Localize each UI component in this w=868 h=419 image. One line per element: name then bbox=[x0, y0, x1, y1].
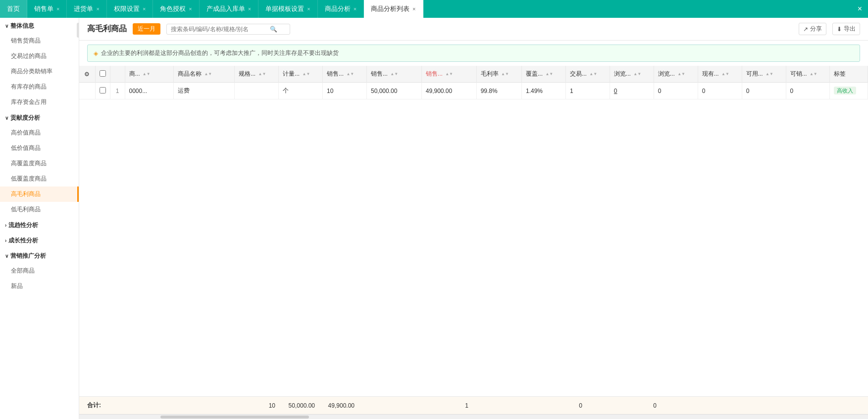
sidebar-group-contribution[interactable]: ∨ 贡献度分析 bbox=[0, 110, 79, 125]
nav-purchase-order[interactable]: 进货单 × bbox=[67, 0, 106, 18]
col-saleable[interactable]: 可销... ▲▼ bbox=[786, 66, 830, 83]
total-label: 合计: bbox=[87, 401, 101, 410]
nav-template-settings[interactable]: 单据模板设置 × bbox=[258, 0, 317, 18]
row-gross-margin-cell: 99.8% bbox=[476, 83, 521, 99]
sidebar-item-high-coverage[interactable]: 高覆盖度商品 bbox=[0, 156, 79, 171]
sort-browse1-icon[interactable]: ▲▼ bbox=[633, 72, 641, 76]
col-checkbox[interactable] bbox=[95, 66, 110, 83]
sort-spec-icon[interactable]: ▲▼ bbox=[258, 72, 266, 76]
nav-product-analysis[interactable]: 商品分析 × bbox=[318, 0, 364, 18]
sort-sales-profit-icon[interactable]: ▲▼ bbox=[445, 72, 453, 76]
col-tag[interactable]: 标签 bbox=[830, 66, 868, 83]
col-spec[interactable]: 规格... ▲▼ bbox=[235, 66, 279, 83]
col-browse1[interactable]: 浏览... ▲▼ bbox=[610, 66, 654, 83]
close-warehouse-icon[interactable]: × bbox=[248, 6, 251, 12]
group-arrow-growth: › bbox=[5, 238, 6, 243]
col-sales-profit[interactable]: 销售... ▲▼ bbox=[421, 66, 476, 83]
top-nav: 首页 销售单 × 进货单 × 权限设置 × 角色授权 × 产成品入库单 × 单据… bbox=[0, 0, 868, 18]
total-values: 10 50,000.00 49,900.00 1 0 0 bbox=[116, 402, 661, 409]
share-button[interactable]: ↗ 分享 bbox=[799, 23, 826, 35]
group-arrow-contribution: ∨ bbox=[5, 115, 8, 121]
close-template-icon[interactable]: × bbox=[307, 6, 310, 12]
select-all-checkbox[interactable] bbox=[100, 70, 106, 77]
data-table: ⚙ 商... ▲▼ 商品名称 ▲▼ bbox=[79, 66, 868, 99]
sort-sales-qty-icon[interactable]: ▲▼ bbox=[346, 72, 354, 76]
sidebar-item-low-value[interactable]: 低价值商品 bbox=[0, 140, 79, 156]
bottom-scrollbar[interactable] bbox=[79, 414, 868, 419]
sort-code-icon[interactable]: ▲▼ bbox=[143, 72, 151, 76]
nav-sales-order[interactable]: 销售单 × bbox=[27, 0, 67, 18]
col-coverage[interactable]: 覆盖... ▲▼ bbox=[522, 66, 566, 83]
close-roles-icon[interactable]: × bbox=[189, 6, 192, 12]
sidebar-item-category-rate[interactable]: 商品分类助销率 bbox=[0, 64, 79, 79]
col-code[interactable]: 商... ▲▼ bbox=[125, 66, 174, 83]
nav-analysis-list[interactable]: 商品分析列表 × bbox=[364, 0, 423, 18]
col-settings[interactable]: ⚙ bbox=[79, 66, 95, 83]
close-analysis-list-icon[interactable]: × bbox=[412, 6, 415, 12]
col-unit[interactable]: 计量... ▲▼ bbox=[279, 66, 323, 83]
sort-browse2-icon[interactable]: ▲▼ bbox=[677, 72, 685, 76]
scrollbar-thumb[interactable] bbox=[160, 416, 309, 419]
col-sales-amount[interactable]: 销售... ▲▼ bbox=[366, 66, 421, 83]
sidebar-group-growth[interactable]: › 成长性分析 bbox=[0, 233, 79, 248]
sort-unit-icon[interactable]: ▲▼ bbox=[302, 72, 310, 76]
sidebar-group-trend[interactable]: › 流趋性分析 bbox=[0, 217, 79, 233]
nav-permissions[interactable]: 权限设置 × bbox=[107, 0, 153, 18]
sidebar-group-marketing[interactable]: ∨ 营销推广分析 bbox=[0, 248, 79, 263]
sort-saleable-icon[interactable]: ▲▼ bbox=[810, 72, 817, 76]
close-sales-order-icon[interactable]: × bbox=[56, 6, 59, 12]
close-app-button[interactable]: × bbox=[852, 0, 868, 18]
header-actions: ↗ 分享 ⬇ 导出 bbox=[799, 23, 860, 35]
sidebar-item-high-value[interactable]: 高价值商品 bbox=[0, 125, 79, 140]
sidebar-item-traded-products[interactable]: 交易过的商品 bbox=[0, 48, 79, 64]
row-checkbox[interactable] bbox=[100, 87, 106, 93]
sort-available-icon[interactable]: ▲▼ bbox=[766, 72, 773, 76]
row-saleable-cell: 0 bbox=[786, 83, 830, 99]
sidebar-item-stock-capital[interactable]: 库存资金占用 bbox=[0, 94, 79, 110]
nav-roles[interactable]: 角色授权 × bbox=[153, 0, 199, 18]
row-name-cell: 运费 bbox=[174, 83, 235, 99]
sidebar-item-all-products[interactable]: 全部商品 bbox=[0, 263, 79, 279]
sidebar-item-low-coverage[interactable]: 低覆盖度商品 bbox=[0, 171, 79, 186]
row-browse2-cell: 0 bbox=[654, 83, 698, 99]
close-analysis-icon[interactable]: × bbox=[354, 6, 357, 12]
col-available[interactable]: 可用... ▲▼ bbox=[742, 66, 786, 83]
search-input[interactable] bbox=[171, 26, 270, 33]
footer-spacer bbox=[116, 402, 240, 409]
col-browse2[interactable]: 浏览... ▲▼ bbox=[654, 66, 698, 83]
sort-gross-margin-icon[interactable]: ▲▼ bbox=[501, 72, 509, 76]
nav-home[interactable]: 首页 bbox=[0, 0, 27, 18]
row-checkbox-cell[interactable] bbox=[95, 83, 110, 99]
sort-sales-amount-icon[interactable]: ▲▼ bbox=[390, 72, 398, 76]
row-tag-cell: 高收入 bbox=[830, 83, 868, 99]
table-row: 1 0000... 运费 个 bbox=[79, 83, 868, 99]
sidebar-collapse-button[interactable]: « bbox=[77, 23, 79, 38]
col-gross-margin[interactable]: 毛利率 ▲▼ bbox=[476, 66, 521, 83]
close-purchase-icon[interactable]: × bbox=[96, 6, 99, 12]
col-transaction[interactable]: 交易... ▲▼ bbox=[565, 66, 610, 83]
sidebar-item-high-margin[interactable]: 高毛利商品 bbox=[0, 186, 79, 202]
sidebar-item-new-products[interactable]: 新品 bbox=[0, 279, 79, 294]
sidebar-item-low-margin[interactable]: 低毛利商品 bbox=[0, 202, 79, 217]
col-sales-qty[interactable]: 销售... ▲▼ bbox=[323, 66, 367, 83]
sort-name-icon[interactable]: ▲▼ bbox=[204, 72, 212, 76]
group-arrow-marketing: ∨ bbox=[5, 253, 8, 259]
nav-product-warehouse[interactable]: 产成品入库单 × bbox=[200, 0, 258, 18]
search-icon[interactable]: 🔍 bbox=[270, 26, 277, 33]
sidebar-item-in-stock[interactable]: 有库存的商品 bbox=[0, 79, 79, 94]
info-text: 企业的主要的利润都是这部分商品创造的，可考虑加大推广，同时关注库存是不要出现缺货 bbox=[101, 49, 339, 57]
sort-current-stock-icon[interactable]: ▲▼ bbox=[721, 72, 729, 76]
sort-coverage-icon[interactable]: ▲▼ bbox=[545, 72, 553, 76]
filter-recent-month-button[interactable]: 近一月 bbox=[133, 23, 160, 35]
content-header: 高毛利商品 近一月 🔍 ↗ 分享 ⬇ 导出 bbox=[79, 18, 868, 41]
export-button[interactable]: ⬇ 导出 bbox=[832, 23, 860, 35]
close-permissions-icon[interactable]: × bbox=[143, 6, 146, 12]
sidebar-item-sales-products[interactable]: 销售货商品 bbox=[0, 33, 79, 48]
sort-transaction-icon[interactable]: ▲▼ bbox=[589, 72, 597, 76]
row-sales-qty-cell: 10 bbox=[323, 83, 367, 99]
sidebar-group-overall[interactable]: ∨ 整体信息 bbox=[0, 18, 79, 33]
col-name[interactable]: 商品名称 ▲▼ bbox=[174, 66, 235, 83]
row-browse1-cell[interactable]: 0 bbox=[610, 83, 654, 99]
footer-transaction: 1 bbox=[433, 402, 472, 409]
col-current-stock[interactable]: 现有... ▲▼ bbox=[698, 66, 742, 83]
